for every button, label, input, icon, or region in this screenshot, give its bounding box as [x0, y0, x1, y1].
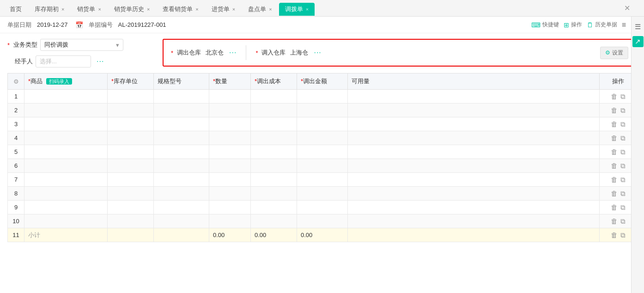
goods-cell[interactable]	[24, 214, 108, 228]
copy-icon[interactable]: ⧉	[620, 106, 626, 115]
cost-cell[interactable]	[251, 145, 297, 159]
qty-cell[interactable]	[209, 131, 251, 145]
unit-cell[interactable]	[108, 187, 154, 201]
spec-cell[interactable]	[154, 187, 209, 201]
unit-cell[interactable]	[108, 159, 154, 173]
goods-cell[interactable]	[24, 201, 108, 214]
delete-icon[interactable]: 🗑	[611, 120, 618, 128]
tab-view-sales[interactable]: 查看销货单 ×	[157, 3, 204, 16]
person-more-btn[interactable]: ···	[97, 57, 104, 66]
goods-cell[interactable]	[24, 117, 108, 131]
delete-icon[interactable]: 🗑	[611, 176, 618, 183]
amount-cell[interactable]	[297, 104, 348, 117]
cost-cell[interactable]	[251, 104, 297, 117]
tab-home[interactable]: 首页	[4, 3, 28, 16]
close-icon[interactable]: ×	[147, 6, 150, 12]
qty-cell[interactable]	[209, 214, 251, 228]
calendar-icon[interactable]: 📅	[75, 21, 83, 29]
tab-inventory-init[interactable]: 库存期初 ×	[29, 3, 70, 16]
amount-cell[interactable]	[297, 131, 348, 145]
amount-cell[interactable]	[297, 187, 348, 201]
history-btn[interactable]: 🗒 历史单据	[587, 21, 617, 29]
qty-cell[interactable]	[209, 201, 251, 214]
unit-cell[interactable]	[108, 145, 154, 159]
shortcuts-btn[interactable]: ⌨ 快捷键	[531, 21, 559, 29]
goods-cell[interactable]	[24, 187, 108, 201]
cost-cell[interactable]	[251, 159, 297, 173]
amount-cell[interactable]	[297, 90, 348, 104]
sidebar-list-icon[interactable]: ☰	[632, 21, 644, 32]
unit-cell[interactable]	[108, 214, 154, 228]
out-warehouse-more-btn[interactable]: ···	[229, 49, 237, 57]
copy-icon[interactable]: ⧉	[620, 231, 626, 239]
goods-cell[interactable]	[24, 173, 108, 187]
amount-cell[interactable]	[297, 201, 348, 214]
amount-cell[interactable]	[297, 159, 348, 173]
window-close-button[interactable]: ✕	[624, 4, 630, 12]
copy-icon[interactable]: ⧉	[620, 92, 626, 101]
amount-cell[interactable]	[297, 214, 348, 228]
delete-icon[interactable]: 🗑	[611, 134, 618, 142]
copy-icon[interactable]: ⧉	[620, 134, 626, 142]
delete-icon[interactable]: 🗑	[611, 231, 618, 239]
amount-cell[interactable]	[297, 117, 348, 131]
cost-cell[interactable]	[251, 201, 297, 214]
tab-purchase[interactable]: 进货单 ×	[206, 3, 241, 16]
copy-icon[interactable]: ⧉	[620, 217, 626, 226]
layout-list-btn[interactable]: ≡	[622, 21, 626, 29]
in-warehouse-more-btn[interactable]: ···	[314, 49, 321, 57]
settings-button[interactable]: ⚙ 设置	[600, 47, 628, 59]
close-icon[interactable]: ×	[195, 6, 198, 12]
spec-cell[interactable]	[154, 90, 209, 104]
cost-cell[interactable]	[251, 90, 297, 104]
delete-icon[interactable]: 🗑	[611, 148, 618, 156]
unit-cell[interactable]	[108, 201, 154, 214]
spec-cell[interactable]	[154, 201, 209, 214]
delete-icon[interactable]: 🗑	[611, 106, 618, 114]
close-icon[interactable]: ×	[269, 6, 272, 12]
close-icon[interactable]: ×	[306, 6, 309, 12]
close-icon[interactable]: ×	[98, 6, 101, 12]
close-icon[interactable]: ×	[232, 6, 235, 12]
gear-icon[interactable]: ⚙	[13, 78, 19, 85]
delete-icon[interactable]: 🗑	[611, 162, 618, 170]
qty-cell[interactable]	[209, 159, 251, 173]
copy-icon[interactable]: ⧉	[620, 148, 626, 156]
delete-icon[interactable]: 🗑	[611, 217, 618, 225]
amount-cell[interactable]	[297, 173, 348, 187]
spec-cell[interactable]	[154, 145, 209, 159]
delete-icon[interactable]: 🗑	[611, 92, 618, 100]
qty-cell[interactable]	[209, 104, 251, 117]
cost-cell[interactable]	[251, 131, 297, 145]
cost-cell[interactable]	[251, 187, 297, 201]
operations-btn[interactable]: ⊞ 操作	[564, 21, 582, 29]
copy-icon[interactable]: ⧉	[620, 189, 626, 198]
qty-cell[interactable]	[209, 90, 251, 104]
tab-transfer[interactable]: 调拨单 ×	[279, 3, 315, 16]
unit-cell[interactable]	[108, 173, 154, 187]
biz-type-select[interactable]: 同价调拨 ▾	[40, 39, 123, 51]
spec-cell[interactable]	[154, 117, 209, 131]
unit-cell[interactable]	[108, 90, 154, 104]
delete-icon[interactable]: 🗑	[611, 203, 618, 211]
cost-cell[interactable]	[251, 214, 297, 228]
copy-icon[interactable]: ⧉	[620, 120, 626, 128]
cost-cell[interactable]	[251, 173, 297, 187]
goods-cell[interactable]	[24, 104, 108, 117]
spec-cell[interactable]	[154, 214, 209, 228]
cost-cell[interactable]	[251, 117, 297, 131]
close-icon[interactable]: ×	[61, 6, 64, 12]
goods-cell[interactable]	[24, 90, 108, 104]
delete-icon[interactable]: 🗑	[611, 189, 618, 197]
spec-cell[interactable]	[154, 104, 209, 117]
spec-cell[interactable]	[154, 173, 209, 187]
copy-icon[interactable]: ⧉	[620, 203, 626, 212]
copy-icon[interactable]: ⧉	[620, 176, 626, 184]
tab-inventory-count[interactable]: 盘点单 ×	[242, 3, 278, 16]
goods-cell[interactable]	[24, 131, 108, 145]
qty-cell[interactable]	[209, 117, 251, 131]
scan-input-btn[interactable]: 扫码录入	[46, 78, 72, 85]
qty-cell[interactable]	[209, 187, 251, 201]
tab-sales-order[interactable]: 销货单 ×	[71, 3, 107, 16]
goods-cell[interactable]	[24, 145, 108, 159]
